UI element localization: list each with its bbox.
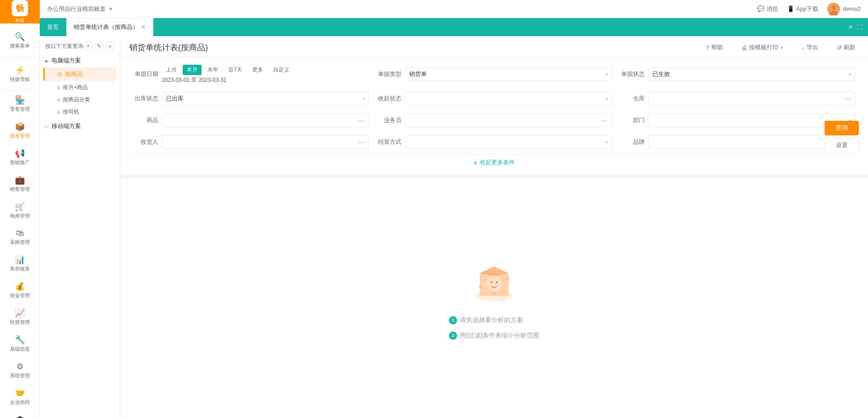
dept-label: 部门: [619, 116, 648, 124]
filter-goods: 商品 ···: [129, 112, 373, 129]
sidebar-item-ecommerce[interactable]: 🛒 电商管理: [0, 197, 40, 224]
nav-icon: ⚡: [15, 65, 25, 75]
newbie-icon: 🎓: [15, 415, 25, 418]
date-tag-last-month[interactable]: 上月: [162, 65, 181, 75]
scheme-item-by-month-product[interactable]: ≡ 按月+商品: [40, 81, 120, 94]
by-cashier-icon: ≡: [57, 109, 60, 115]
sidebar-item-enterprise[interactable]: 🤝 企业协同: [0, 384, 40, 410]
goods-select[interactable]: ···: [162, 114, 369, 127]
sidebar-item-marketing[interactable]: 📢 营销推广: [0, 144, 40, 171]
tab-close-icon[interactable]: ✕: [141, 24, 146, 30]
page-body: 按以下方案查询 + ✎ « ▶ 电脑端方案 ⊙ 按商品 ≡: [40, 36, 868, 418]
date-tag-custom[interactable]: 自定义: [269, 65, 293, 75]
close-window-icon[interactable]: ✕: [848, 24, 853, 31]
sidebar-item-wholesale[interactable]: 📦 批发管理: [0, 117, 40, 144]
help-btn[interactable]: ? 帮助: [702, 42, 726, 53]
mobile-group-label: 移动端方案: [52, 122, 81, 130]
logo-icon: 畅: [12, 0, 28, 16]
out-status-select[interactable]: 已出库 ▾: [162, 92, 369, 105]
sidebar-item-search[interactable]: 🔍 搜索菜单: [0, 27, 40, 54]
sidebar-search-section: 🔍 搜索菜单: [0, 24, 39, 58]
filter-date: 单据日期 上月 本月 本年 近7天 更多 自定义 2023-: [129, 63, 373, 86]
help-icon: ?: [706, 44, 709, 51]
sidebar-item-inventory[interactable]: 📊 库存核算: [0, 250, 40, 277]
sidebar-item-newbie[interactable]: 🎓 新手引导: [0, 410, 40, 418]
svg-point-8: [486, 276, 502, 292]
sidebar-quicknav-section: ⚡ 快捷导航: [0, 58, 39, 90]
date-from: 2023-03-01: [162, 77, 189, 83]
sidebar-item-system[interactable]: ⚙ 系统管理: [0, 357, 40, 384]
staff-select[interactable]: ···: [405, 114, 612, 127]
message-icon: 💬: [757, 5, 764, 12]
export-btn[interactable]: ↓ 导出: [798, 42, 822, 53]
sidebar-item-operations[interactable]: 📈 经营管理: [0, 304, 40, 330]
scheme-panel: 按以下方案查询 + ✎ « ▶ 电脑端方案 ⊙ 按商品 ≡: [40, 36, 120, 418]
type-control: 销货单 ▾: [405, 67, 612, 81]
app-download-btn[interactable]: 📱 App下载: [787, 5, 818, 13]
query-btn[interactable]: 查询: [825, 121, 859, 135]
print-dropdown-arrow[interactable]: ▾: [780, 44, 783, 51]
sidebar-item-finance[interactable]: 💰 资金管理: [0, 277, 40, 304]
message-btn[interactable]: 💬 消息: [757, 5, 778, 13]
maximize-window-icon[interactable]: ⛶: [857, 24, 863, 31]
collect-status-select[interactable]: ▾: [405, 92, 612, 105]
status-select[interactable]: 已生效 ▾: [648, 67, 855, 81]
date-tag-this-month[interactable]: 本月: [183, 65, 202, 75]
svg-point-12: [506, 276, 509, 279]
right-content: 销货单统计表(按商品) ? 帮助 🖨 按模板打印 ▾ ↓: [120, 36, 868, 418]
by-month-icon: ≡: [57, 85, 60, 91]
sidebar-item-sales[interactable]: 💼 销售管理: [0, 171, 40, 197]
setting-btn[interactable]: 设置: [825, 138, 859, 152]
collapse-icon: ∧: [473, 159, 478, 166]
scheme-item-by-product[interactable]: ⊙ 按商品: [43, 67, 116, 81]
goods-dots: ···: [358, 117, 365, 124]
scheme-item-by-category[interactable]: ≡ 按商品分类: [40, 94, 120, 106]
logo-subtitle: 标版: [15, 17, 24, 24]
phone-icon: 📱: [787, 5, 794, 12]
pc-group-arrow: ▶: [45, 58, 49, 63]
by-product-label: 按商品: [65, 70, 83, 78]
type-select[interactable]: 销货单 ▾: [405, 67, 612, 81]
tab-sales-stat-label: 销货单统计表（按商品）: [74, 23, 138, 31]
scheme-group-pc-header[interactable]: ▶ 电脑端方案: [40, 54, 120, 67]
scheme-group-mobile-header[interactable]: ▷ 移动端方案: [40, 120, 120, 133]
empty-tip-2: ② 用[过滤]条件来缩小分析范围: [449, 332, 539, 340]
sidebar-item-retail[interactable]: 🏪 零售管理: [0, 90, 40, 117]
sidebar-item-purchase[interactable]: 🛍 采购管理: [0, 224, 40, 250]
sidebar: 畅 标版 🔍 搜索菜单 ⚡ 快捷导航 🏪 零售管理 📦 批发管理 📢 营销推广 …: [0, 0, 40, 418]
scheme-collapse-btn[interactable]: «: [105, 42, 114, 51]
sidebar-item-basic[interactable]: 🔧 基础信息: [0, 330, 40, 357]
finance-icon: 💰: [15, 281, 25, 291]
scheme-add-btn[interactable]: +: [84, 42, 93, 51]
payment-select[interactable]: ▾: [405, 135, 612, 149]
scheme-item-by-cashier[interactable]: ≡ 按司机: [40, 106, 120, 118]
print-btn[interactable]: 🖨 按模板打印 ▾: [738, 42, 787, 53]
action-divider-2: [793, 44, 793, 51]
collapse-label: 收起更多条件: [480, 158, 515, 166]
out-status-value: 已出库: [166, 95, 184, 103]
date-tag-this-year[interactable]: 本年: [203, 65, 222, 75]
user-profile-btn[interactable]: demo2: [827, 3, 861, 15]
filter-brand: 品牌 ···: [616, 133, 859, 151]
tab-sales-stat[interactable]: 销货单统计表（按商品） ✕: [66, 18, 153, 36]
collect-status-arrow: ▾: [606, 96, 608, 101]
operations-icon: 📈: [15, 308, 25, 318]
dropdown-arrow[interactable]: ▾: [109, 5, 113, 12]
svg-point-9: [491, 281, 492, 283]
out-status-label: 出库状态: [133, 95, 162, 103]
receiver-select[interactable]: ···: [162, 135, 369, 149]
sidebar-item-quicknav[interactable]: ⚡ 快捷导航: [0, 61, 40, 87]
date-tag-7days[interactable]: 近7天: [224, 65, 246, 75]
tab-home[interactable]: 首页: [40, 18, 66, 36]
page-title-actions: ? 帮助 🖨 按模板打印 ▾ ↓ 导出: [702, 42, 859, 53]
app-logo[interactable]: 畅 标版: [0, 0, 40, 24]
refresh-btn[interactable]: ↺ 刷新: [833, 42, 859, 53]
status-label: 单据状态: [619, 70, 648, 78]
collapse-more-btn[interactable]: ∧ 收起更多条件: [129, 154, 859, 169]
date-tag-more[interactable]: 更多: [248, 65, 267, 75]
warehouse-select[interactable]: ···: [648, 92, 855, 105]
status-control: 已生效 ▾: [648, 67, 855, 81]
status-dropdown-arrow: ▾: [849, 72, 851, 77]
warehouse-label: 仓库: [619, 95, 648, 103]
scheme-edit-btn[interactable]: ✎: [94, 42, 104, 51]
